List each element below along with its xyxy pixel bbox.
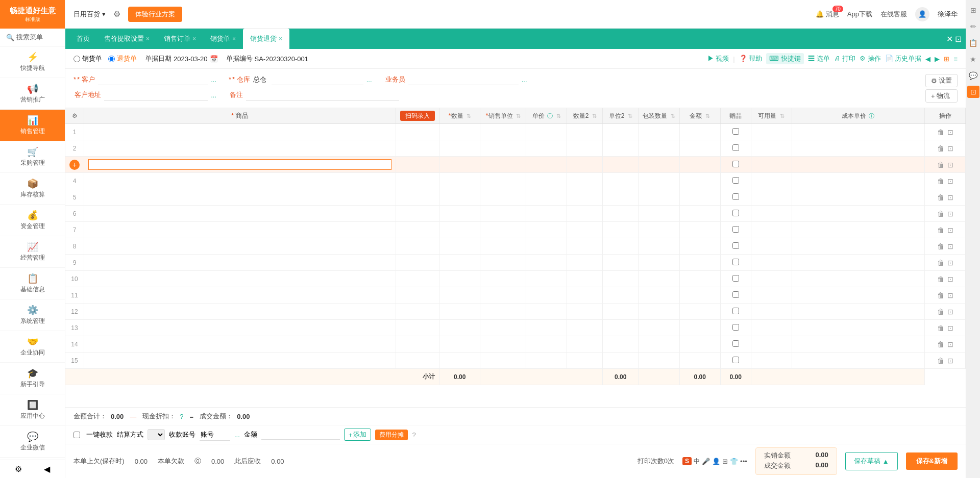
discount-help-icon[interactable]: ? (180, 413, 183, 420)
product-cell[interactable] (84, 304, 396, 320)
qty2-cell[interactable] (567, 320, 603, 336)
tab-close-all-btn[interactable]: ✕ (946, 34, 953, 44)
delete-row-btn[interactable]: 🗑 (937, 193, 944, 202)
grid-view-btn[interactable]: ⊞ (944, 55, 949, 63)
gift-checkbox[interactable] (732, 226, 739, 233)
amount-cell[interactable] (679, 304, 720, 320)
amount-cell[interactable] (679, 287, 720, 304)
unit2-cell[interactable] (603, 320, 639, 336)
payment-method-select[interactable] (148, 429, 165, 440)
qty2-cell[interactable] (567, 140, 603, 157)
tab-sales-return[interactable]: 销货退货 × (243, 29, 289, 49)
gift-checkbox[interactable] (732, 193, 739, 200)
th-unit2-sort[interactable]: ⇅ (628, 113, 632, 119)
amount-cell[interactable] (679, 222, 720, 238)
amount-cell[interactable] (679, 255, 720, 271)
message-btn[interactable]: 🔔 70 消息 (816, 10, 839, 19)
unit2-cell[interactable] (603, 140, 639, 157)
qty-cell[interactable] (439, 287, 480, 304)
sidebar-item-marketing[interactable]: 📢 营销推广 (0, 78, 65, 110)
price-cell[interactable] (526, 140, 567, 157)
product-cell[interactable] (84, 173, 396, 189)
sidebar-item-guide[interactable]: 🎓 新手引导 (0, 363, 65, 394)
copy-row-btn[interactable]: ⊡ (947, 340, 953, 348)
delete-row-btn[interactable]: 🗑 (937, 357, 944, 365)
gift-checkbox[interactable] (732, 128, 739, 135)
copy-row-btn[interactable]: ⊡ (947, 259, 953, 267)
price-cell[interactable] (526, 287, 567, 304)
price-cell[interactable] (526, 124, 567, 140)
sidebar-item-sales[interactable]: 📊 销售管理 (0, 110, 65, 141)
amount-cell[interactable] (679, 173, 720, 189)
gift-cell[interactable] (720, 189, 751, 206)
amount-cell[interactable] (679, 140, 720, 157)
account-more-btn[interactable]: ... (234, 431, 240, 439)
unit-cell[interactable] (480, 255, 526, 271)
product-cell[interactable] (84, 189, 396, 206)
username[interactable]: 徐泽华 (938, 10, 958, 19)
qty-cell[interactable] (439, 255, 480, 271)
gift-cell[interactable] (720, 140, 751, 157)
qty2-cell[interactable] (567, 124, 603, 140)
scan-enter-btn[interactable]: 扫码录入 (400, 111, 435, 121)
sidebar-item-search[interactable]: 🔍 搜索菜单 (0, 29, 65, 46)
sidebar-collapse-btn[interactable]: ◀ (44, 464, 50, 474)
pkg-qty-cell[interactable] (639, 140, 679, 157)
qty2-cell[interactable] (567, 222, 603, 238)
qty-cell[interactable] (439, 304, 480, 320)
copy-row-btn[interactable]: ⊡ (947, 357, 953, 365)
online-service-btn[interactable]: 在线客服 (880, 10, 907, 19)
gift-checkbox[interactable] (732, 275, 739, 282)
unit-cell[interactable] (480, 353, 526, 369)
th-qty2-sort[interactable]: ⇅ (592, 113, 597, 119)
delete-row-btn[interactable]: 🗑 (937, 226, 944, 234)
rs-copy-icon[interactable]: 📋 (967, 37, 979, 49)
gift-checkbox[interactable] (732, 324, 739, 331)
shortcut-btn[interactable]: ⌨ 快捷键 (766, 53, 804, 64)
add-row-btn[interactable]: + (69, 160, 80, 170)
product-cell[interactable] (84, 157, 396, 173)
pkg-qty-cell[interactable] (639, 255, 679, 271)
gift-checkbox[interactable] (732, 308, 739, 314)
qty-cell[interactable] (439, 336, 480, 353)
unit2-cell[interactable] (603, 206, 639, 222)
address-input[interactable] (104, 89, 208, 100)
qty-cell[interactable] (439, 157, 480, 173)
unit-cell[interactable] (480, 336, 526, 353)
radio-return-input[interactable] (108, 56, 115, 62)
unit2-cell[interactable] (603, 222, 639, 238)
product-cell[interactable] (84, 320, 396, 336)
gift-cell[interactable] (720, 287, 751, 304)
pkg-qty-cell[interactable] (639, 189, 679, 206)
gift-cell[interactable] (720, 255, 751, 271)
rs-table-icon[interactable]: ⊞ (967, 4, 979, 16)
gift-cell[interactable] (720, 336, 751, 353)
unit-cell[interactable] (480, 271, 526, 287)
qty-cell[interactable] (439, 206, 480, 222)
sidebar-item-system[interactable]: ⚙️ 系统管理 (0, 299, 65, 331)
radio-return[interactable]: 退货单 (108, 54, 137, 63)
gift-checkbox[interactable] (732, 340, 739, 347)
qty2-cell[interactable] (567, 189, 603, 206)
gift-cell[interactable] (720, 238, 751, 255)
gift-checkbox[interactable] (732, 357, 739, 363)
qty-cell[interactable] (439, 140, 480, 157)
delete-row-btn[interactable]: 🗑 (937, 275, 944, 283)
warehouse-input[interactable] (272, 74, 363, 85)
unit2-cell[interactable] (603, 353, 639, 369)
delete-row-btn[interactable]: 🗑 (937, 340, 944, 348)
th-avail-sort[interactable]: ⇅ (780, 113, 785, 119)
sidebar-item-enterprise[interactable]: 🤝 企业协同 (0, 331, 65, 363)
product-cell[interactable] (84, 353, 396, 369)
product-cell[interactable] (84, 271, 396, 287)
qty2-cell[interactable] (567, 304, 603, 320)
th-scan[interactable]: 扫码录入 (396, 108, 439, 124)
delete-row-btn[interactable]: 🗑 (937, 210, 944, 218)
tab-sales-return-close[interactable]: × (279, 35, 282, 42)
pkg-qty-cell[interactable] (639, 353, 679, 369)
sidebar-item-quick-nav[interactable]: ⚡ 快捷导航 (0, 46, 65, 78)
sidebar-item-basic-info[interactable]: 📋 基础信息 (0, 268, 65, 299)
delete-row-btn[interactable]: 🗑 (937, 128, 944, 136)
print-btn[interactable]: 🖨 打印 (834, 54, 856, 63)
qty-cell[interactable] (439, 124, 480, 140)
